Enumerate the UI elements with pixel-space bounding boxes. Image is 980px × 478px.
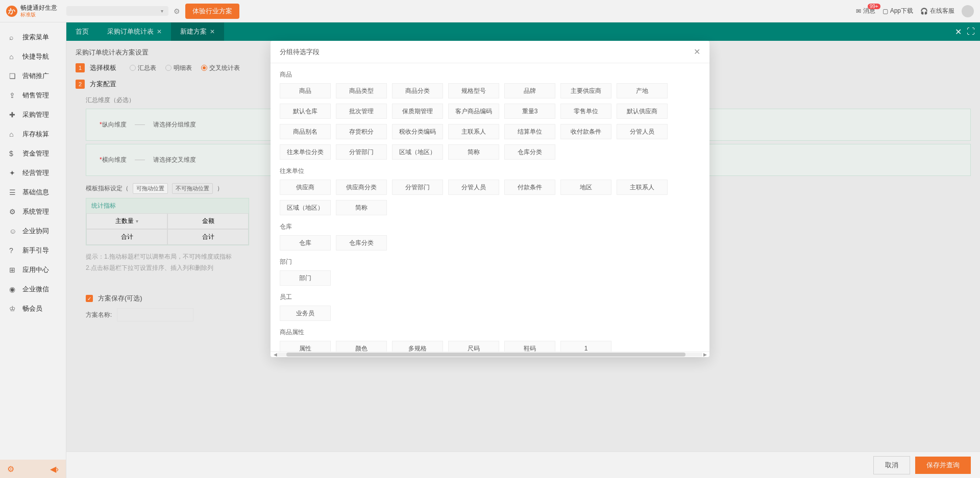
field-chip[interactable]: 商品类型 xyxy=(336,83,387,98)
field-chip[interactable]: 零售单位 xyxy=(560,104,611,119)
field-chip[interactable]: 多规格 xyxy=(392,341,443,351)
field-chip[interactable]: 商品分类 xyxy=(392,83,443,98)
field-group-title: 员工 xyxy=(280,293,700,301)
field-chip[interactable]: 仓库分类 xyxy=(336,235,387,250)
field-chip[interactable]: 尺码 xyxy=(448,341,499,351)
field-chip[interactable]: 存货积分 xyxy=(336,124,387,139)
field-chip[interactable]: 结算单位 xyxy=(504,124,555,139)
close-icon[interactable]: ✕ xyxy=(694,47,700,57)
field-chip[interactable]: 颜色 xyxy=(336,341,387,351)
field-chip[interactable]: 商品别名 xyxy=(280,124,331,139)
field-chip[interactable]: 仓库 xyxy=(280,235,331,250)
field-chip[interactable]: 商品 xyxy=(280,83,331,98)
field-group-title: 部门 xyxy=(280,258,700,266)
field-chip[interactable]: 简称 xyxy=(448,144,499,160)
field-chip[interactable]: 供应商 xyxy=(280,180,331,195)
field-chip[interactable]: 简称 xyxy=(336,200,387,215)
field-chip[interactable]: 主联系人 xyxy=(448,124,499,139)
field-chip[interactable]: 主要供应商 xyxy=(560,83,611,98)
field-chip[interactable]: 默认供应商 xyxy=(617,104,668,119)
field-chip[interactable]: 分管人员 xyxy=(448,180,499,195)
field-chip[interactable]: 规格型号 xyxy=(448,83,499,98)
field-chip[interactable]: 仓库分类 xyxy=(504,144,555,160)
field-chip[interactable]: 地区 xyxy=(560,180,611,195)
field-chip[interactable]: 主联系人 xyxy=(617,180,668,195)
modal-mask: 分组待选字段 ✕ 商品商品商品类型商品分类规格型号品牌主要供应商产地默认仓库批次… xyxy=(0,0,980,478)
field-chip[interactable]: 1 xyxy=(560,341,611,351)
field-group-title: 往来单位 xyxy=(280,167,700,175)
field-chip[interactable]: 部门 xyxy=(280,270,331,286)
field-chip[interactable]: 付款条件 xyxy=(504,180,555,195)
field-chip[interactable]: 区域（地区） xyxy=(392,144,443,160)
field-chip[interactable]: 分管部门 xyxy=(392,180,443,195)
field-chip[interactable]: 往来单位分类 xyxy=(280,144,331,160)
field-chip[interactable]: 产地 xyxy=(617,83,668,98)
field-group-title: 商品 xyxy=(280,70,700,79)
field-chip[interactable]: 分管人员 xyxy=(617,124,668,139)
field-group-title: 仓库 xyxy=(280,222,700,231)
field-group-title: 商品属性 xyxy=(280,328,700,337)
field-chip[interactable]: 区域（地区） xyxy=(280,200,331,215)
field-chip[interactable]: 保质期管理 xyxy=(392,104,443,119)
field-chip[interactable]: 鞋码 xyxy=(504,341,555,351)
field-chip[interactable]: 业务员 xyxy=(280,306,331,321)
modal-hscroll[interactable]: ◀ ▶ xyxy=(271,351,709,357)
field-chip[interactable]: 批次管理 xyxy=(336,104,387,119)
field-chip[interactable]: 分管部门 xyxy=(336,144,387,160)
field-chip[interactable]: 品牌 xyxy=(504,83,555,98)
field-chip[interactable]: 供应商分类 xyxy=(336,180,387,195)
field-chip[interactable]: 收付款条件 xyxy=(560,124,611,139)
field-select-modal: 分组待选字段 ✕ 商品商品商品类型商品分类规格型号品牌主要供应商产地默认仓库批次… xyxy=(271,41,709,357)
field-chip[interactable]: 属性 xyxy=(280,341,331,351)
modal-title: 分组待选字段 xyxy=(280,47,320,57)
field-chip[interactable]: 客户商品编码 xyxy=(448,104,499,119)
field-chip[interactable]: 税收分类编码 xyxy=(392,124,443,139)
field-chip[interactable]: 默认仓库 xyxy=(280,104,331,119)
field-chip[interactable]: 重量3 xyxy=(504,104,555,119)
